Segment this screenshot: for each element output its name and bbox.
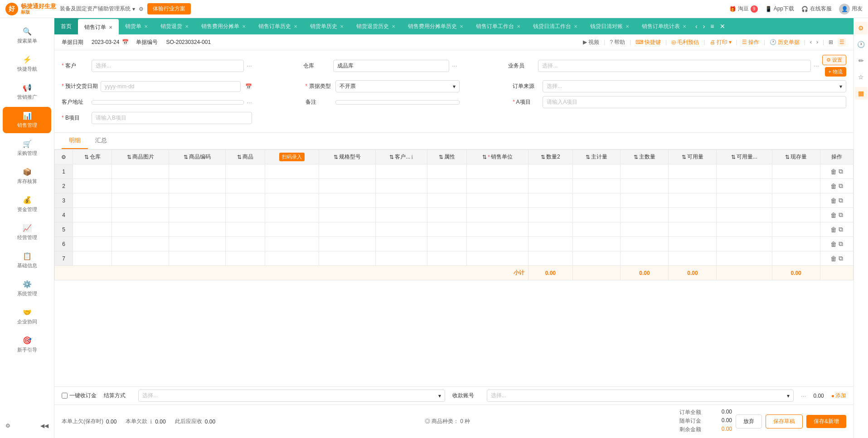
- col-settings-header[interactable]: ⚙: [55, 150, 73, 164]
- sidebar-item-purchase[interactable]: 🛒 采购管理: [3, 135, 51, 161]
- row-unit-6[interactable]: [466, 237, 528, 251]
- sidebar-item-base-info[interactable]: 📋 基础信息: [3, 247, 51, 274]
- row-copy-btn[interactable]: ⧉: [839, 182, 843, 190]
- row-unit-3[interactable]: [466, 193, 528, 208]
- row-image-6[interactable]: [112, 237, 169, 251]
- row-attr-6[interactable]: [427, 237, 466, 251]
- row-attr-7[interactable]: [427, 251, 466, 266]
- sidebar-item-enterprise[interactable]: 🤝 企业协同: [3, 303, 51, 330]
- row-main-unit-1[interactable]: [572, 164, 621, 179]
- settle-method-select[interactable]: 选择... ▾: [138, 390, 445, 402]
- row-scan-3[interactable]: [265, 193, 319, 208]
- tab-close-icon[interactable]: ✕: [460, 24, 463, 29]
- col-current-stock-header[interactable]: ⇅现存量: [772, 150, 820, 164]
- col-warehouse-header[interactable]: ⇅仓库: [73, 150, 112, 164]
- discard-btn[interactable]: 放弃: [736, 414, 762, 428]
- tab-return-history[interactable]: 销货退货历史 ✕: [350, 18, 402, 34]
- nav-next-icon[interactable]: ›: [816, 39, 818, 45]
- row-copy-btn[interactable]: ⧉: [839, 211, 843, 219]
- col-code-header[interactable]: ⇅商品编码: [169, 150, 226, 164]
- row-delete-btn[interactable]: 🗑: [830, 183, 837, 190]
- row-scan-1[interactable]: [265, 164, 319, 179]
- quick-settle-checkbox-label[interactable]: 一键收订金: [62, 392, 97, 399]
- customer-input[interactable]: 选择...: [92, 60, 244, 72]
- col-image-header[interactable]: ⇅商品图片: [112, 150, 169, 164]
- row-main-qty-2[interactable]: [621, 179, 669, 193]
- row-spec-2[interactable]: [319, 179, 376, 193]
- row-warehouse-2[interactable]: [73, 179, 112, 193]
- right-scan-icon[interactable]: ▦: [855, 87, 868, 100]
- settings-icon[interactable]: ⚙: [139, 6, 144, 12]
- row-scan-6[interactable]: [265, 237, 319, 251]
- col-available-header[interactable]: ⇅可用量: [669, 150, 717, 164]
- row-customer-code-2[interactable]: [376, 179, 427, 193]
- row-available-4[interactable]: [669, 208, 717, 222]
- row-attr-3[interactable]: [427, 193, 466, 208]
- row-warehouse-7[interactable]: [73, 251, 112, 266]
- col-main-qty-header[interactable]: ⇅主数量: [621, 150, 669, 164]
- row-customer-code-3[interactable]: [376, 193, 427, 208]
- row-customer-code-7[interactable]: [376, 251, 427, 266]
- remark-input[interactable]: [335, 100, 460, 105]
- row-available-7[interactable]: [669, 251, 717, 266]
- row-available-6[interactable]: [669, 237, 717, 251]
- tab-close-icon[interactable]: ✕: [144, 24, 148, 29]
- row-available-2[interactable]: [669, 179, 717, 193]
- row-attr-1[interactable]: [427, 164, 466, 179]
- operation-action[interactable]: ☰ 操作: [742, 39, 759, 46]
- row-copy-btn[interactable]: ⧉: [839, 255, 843, 262]
- row-customer-code-1[interactable]: [376, 164, 427, 179]
- receipt-no-select[interactable]: 选择... ▾: [487, 390, 794, 402]
- row-scan-7[interactable]: [265, 251, 319, 266]
- sidebar-item-operations[interactable]: 📈 经营管理: [3, 219, 51, 245]
- row-copy-btn[interactable]: ⧉: [839, 168, 843, 175]
- col-attr-header[interactable]: ⇅属性: [427, 150, 466, 164]
- row-scan-4[interactable]: [265, 208, 319, 222]
- row-spec-1[interactable]: [319, 164, 376, 179]
- receipt-more-btn[interactable]: ···: [801, 392, 806, 399]
- col-customer-code-header[interactable]: ⇅客户...ℹ: [376, 150, 427, 164]
- row-current-stock-2[interactable]: [772, 179, 820, 193]
- profit-action[interactable]: ◎ 毛利预估: [671, 39, 699, 46]
- user-item[interactable]: 👤 用友: [839, 4, 863, 14]
- row-current-stock-6[interactable]: [772, 237, 820, 251]
- row-goods-4[interactable]: [226, 208, 265, 222]
- row-delete-btn[interactable]: 🗑: [830, 197, 837, 204]
- row-spec-7[interactable]: [319, 251, 376, 266]
- row-available2-6[interactable]: [717, 237, 772, 251]
- add-material-btn[interactable]: + 物流: [825, 67, 846, 77]
- col-spec-header[interactable]: ⇅规格型号: [319, 150, 376, 164]
- invoice-type-select[interactable]: 不开票 ▾: [335, 80, 460, 92]
- b-project-input[interactable]: 请输入B项目: [92, 112, 252, 124]
- row-current-stock-7[interactable]: [772, 251, 820, 266]
- row-warehouse-5[interactable]: [73, 222, 112, 237]
- app-download-item[interactable]: 📱 App下载: [765, 5, 794, 13]
- tab-sales-fee[interactable]: 销售费用分摊单 ✕: [195, 18, 252, 34]
- row-spec-6[interactable]: [319, 237, 376, 251]
- row-delete-btn[interactable]: 🗑: [830, 255, 837, 262]
- row-main-unit-5[interactable]: [572, 222, 621, 237]
- tab-prev-btn[interactable]: ‹: [693, 23, 700, 30]
- date-picker-icon[interactable]: 📅: [245, 83, 252, 90]
- col-main-unit-header[interactable]: ⇅主计量: [572, 150, 621, 164]
- row-warehouse-3[interactable]: [73, 193, 112, 208]
- scan-input-btn[interactable]: 扫码录入: [279, 153, 305, 161]
- row-goods-5[interactable]: [226, 222, 265, 237]
- row-code-7[interactable]: [169, 251, 226, 266]
- tab-close-icon[interactable]: ✕: [683, 24, 686, 29]
- right-history-icon[interactable]: 🕐: [855, 38, 868, 51]
- tab-close-all-btn[interactable]: ✕: [717, 23, 728, 30]
- row-main-unit-3[interactable]: [572, 193, 621, 208]
- tab-invoice-history[interactable]: 销货单历史 ✕: [304, 18, 350, 34]
- history-action[interactable]: 🕐 历史单据: [770, 39, 800, 46]
- order-source-select[interactable]: 选择... ▾: [543, 80, 846, 92]
- tab-sales-invoice[interactable]: 销货单 ✕: [119, 18, 154, 34]
- row-attr-4[interactable]: [427, 208, 466, 222]
- right-edit-icon[interactable]: ✏: [855, 54, 868, 67]
- customer-more-btn[interactable]: ···: [247, 62, 252, 69]
- row-qty2-2[interactable]: [529, 179, 572, 193]
- row-goods-3[interactable]: [226, 193, 265, 208]
- tab-close-icon[interactable]: ✕: [185, 24, 189, 29]
- row-delete-btn[interactable]: 🗑: [830, 226, 837, 233]
- sidebar-settings-icon[interactable]: ⚙: [5, 423, 10, 429]
